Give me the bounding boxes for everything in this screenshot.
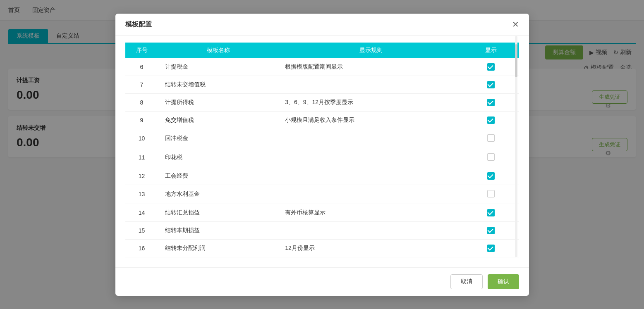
cell-name: 地方水利基金 [158,185,279,204]
cell-name: 结转本期损益 [158,221,279,239]
cell-seq: 13 [125,185,158,204]
cell-check [463,221,519,239]
cell-name: 计提税金 [158,58,279,76]
col-display: 显示 [463,43,519,58]
checkbox-checked[interactable] [487,209,495,216]
confirm-button[interactable]: 确认 [488,274,519,289]
cell-seq: 8 [125,93,158,111]
cell-name: 回冲税金 [158,129,279,148]
cell-rule [278,148,463,167]
table-row: 14结转汇兑损益有外币核算显示 [125,204,519,221]
template-table: 序号 模板名称 显示规则 显示 6计提税金根据模版配置期间显示7结转未交增值税8… [125,43,519,257]
cell-rule: 小规模且满足收入条件显示 [278,111,463,129]
table-row: 13地方水利基金 [125,185,519,204]
checkbox-checked[interactable] [487,63,495,71]
table-row: 8计提所得税3、6、9、12月按季度显示 [125,93,519,111]
table-row: 11印花税 [125,148,519,167]
checkbox-unchecked[interactable] [487,134,495,142]
cell-name: 印花税 [158,148,279,167]
cell-name: 工会经费 [158,167,279,185]
modal-close-button[interactable]: ✕ [512,20,519,29]
checkbox-unchecked[interactable] [487,153,495,161]
cancel-button[interactable]: 取消 [450,274,483,289]
table-row: 12工会经费 [125,167,519,185]
cell-rule [278,129,463,148]
cell-seq: 6 [125,58,158,76]
cell-check [463,76,519,93]
cell-check [463,111,519,129]
checkbox-checked[interactable] [487,227,495,234]
checkbox-checked[interactable] [487,81,495,88]
cell-check [463,129,519,148]
cell-check [463,58,519,76]
modal-overlay: 模板配置 ✕ 序号 模板名称 显示规则 显示 6计提税金根据模版配置期间显 [0,0,644,309]
cell-check [463,167,519,185]
table-row: 6计提税金根据模版配置期间显示 [125,58,519,76]
cell-seq: 16 [125,239,158,257]
cell-check [463,93,519,111]
modal-title: 模板配置 [125,20,152,29]
cell-name: 计提所得税 [158,93,279,111]
table-row: 9免交增值税小规模且满足收入条件显示 [125,111,519,129]
cell-seq: 7 [125,76,158,93]
cell-seq: 10 [125,129,158,148]
cell-check [463,204,519,221]
cell-seq: 12 [125,167,158,185]
cell-rule: 有外币核算显示 [278,204,463,221]
modal-header: 模板配置 ✕ [115,14,529,36]
checkbox-checked[interactable] [487,116,495,124]
col-rule: 显示规则 [278,43,463,58]
cell-rule [278,185,463,204]
cell-rule: 3、6、9、12月按季度显示 [278,93,463,111]
cell-seq: 11 [125,148,158,167]
modal-template-config: 模板配置 ✕ 序号 模板名称 显示规则 显示 6计提税金根据模版配置期间显 [115,14,529,296]
table-row: 10回冲税金 [125,129,519,148]
col-name: 模板名称 [158,43,279,58]
cell-check [463,148,519,167]
checkbox-checked[interactable] [487,245,495,252]
modal-footer: 取消 确认 [115,267,529,296]
cell-name: 结转未交增值税 [158,76,279,93]
cell-check [463,239,519,257]
cell-name: 结转汇兑损益 [158,204,279,221]
table-row: 15结转本期损益 [125,221,519,239]
table-row: 16结转未分配利润12月份显示 [125,239,519,257]
checkbox-unchecked[interactable] [487,190,495,197]
checkbox-checked[interactable] [487,172,495,180]
cell-check [463,185,519,204]
checkbox-checked[interactable] [487,99,495,106]
modal-body: 序号 模板名称 显示规则 显示 6计提税金根据模版配置期间显示7结转未交增值税8… [115,36,529,267]
col-seq: 序号 [125,43,158,58]
cell-rule [278,76,463,93]
cell-name: 结转未分配利润 [158,239,279,257]
scrollbar-thumb[interactable] [515,44,517,77]
cell-seq: 14 [125,204,158,221]
cell-rule: 根据模版配置期间显示 [278,58,463,76]
cell-seq: 9 [125,111,158,129]
scrollbar-track [515,36,517,257]
cell-rule: 12月份显示 [278,239,463,257]
cell-name: 免交增值税 [158,111,279,129]
table-container: 序号 模板名称 显示规则 显示 6计提税金根据模版配置期间显示7结转未交增值税8… [125,36,519,257]
table-row: 7结转未交增值税 [125,76,519,93]
cell-seq: 15 [125,221,158,239]
cell-rule [278,167,463,185]
cell-rule [278,221,463,239]
table-header-row: 序号 模板名称 显示规则 显示 [125,43,519,58]
